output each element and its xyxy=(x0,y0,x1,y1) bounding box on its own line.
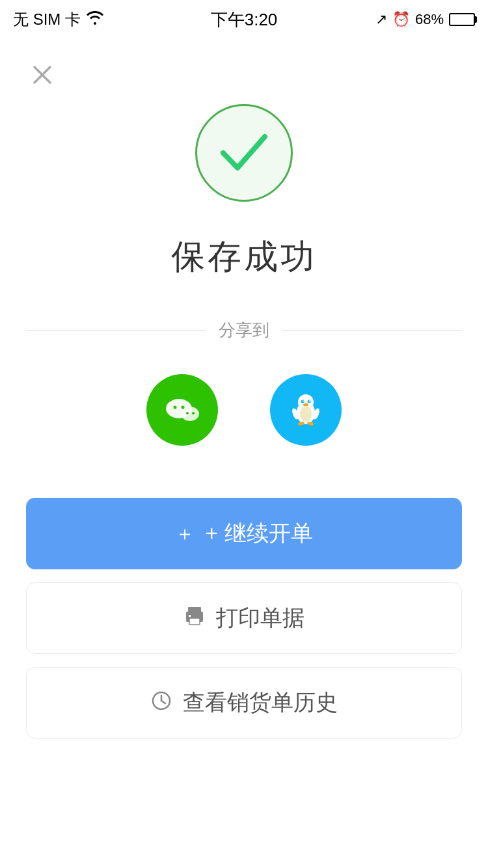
battery-bar xyxy=(449,13,475,26)
svg-point-6 xyxy=(186,412,189,414)
clock-icon xyxy=(150,690,172,716)
share-qq-button[interactable] xyxy=(270,374,342,446)
success-section: 保存成功 分享到 xyxy=(0,39,488,739)
status-right: ↗ ⏰ 68% xyxy=(375,11,475,28)
print-button[interactable]: 打印单据 xyxy=(26,582,462,654)
svg-point-13 xyxy=(308,400,310,401)
share-icons xyxy=(146,374,342,446)
svg-point-19 xyxy=(300,406,312,422)
history-button[interactable]: 查看销货单历史 xyxy=(26,667,462,739)
svg-point-3 xyxy=(181,407,199,421)
success-circle xyxy=(195,104,293,202)
alarm-icon: ⏰ xyxy=(392,11,410,28)
svg-point-5 xyxy=(181,405,184,409)
continue-label: + 继续开单 xyxy=(205,519,312,549)
printer-icon xyxy=(183,605,206,632)
print-label: 打印单据 xyxy=(216,603,305,633)
svg-point-10 xyxy=(301,400,304,403)
battery-percent: 68% xyxy=(415,11,444,28)
checkmark-icon xyxy=(218,130,270,176)
share-label: 分享到 xyxy=(206,319,282,342)
share-wechat-button[interactable] xyxy=(146,374,218,446)
action-buttons: ＋ + 继续开单 打印单据 xyxy=(0,498,488,739)
share-divider: 分享到 xyxy=(0,319,488,342)
status-bar: 无 SIM 卡 下午3:20 ↗ ⏰ 68% xyxy=(0,0,488,39)
svg-point-12 xyxy=(302,400,303,401)
status-left: 无 SIM 卡 xyxy=(13,9,104,30)
success-title: 保存成功 xyxy=(171,234,317,280)
plus-icon: ＋ xyxy=(175,521,195,547)
svg-line-26 xyxy=(161,701,165,703)
svg-point-11 xyxy=(307,400,310,403)
share-line-left xyxy=(26,330,206,331)
carrier-label: 无 SIM 卡 xyxy=(13,9,81,30)
svg-rect-23 xyxy=(189,615,191,617)
svg-point-14 xyxy=(303,403,308,406)
wifi-icon xyxy=(86,10,104,29)
share-line-right xyxy=(282,330,462,331)
history-label: 查看销货单历史 xyxy=(183,688,338,718)
svg-point-7 xyxy=(192,412,195,414)
main-content: 保存成功 分享到 xyxy=(0,39,488,868)
continue-button[interactable]: ＋ + 继续开单 xyxy=(26,498,462,569)
close-button[interactable] xyxy=(26,59,59,91)
svg-rect-22 xyxy=(189,618,200,625)
svg-point-4 xyxy=(173,405,176,409)
time-display: 下午3:20 xyxy=(211,8,278,31)
location-icon: ↗ xyxy=(375,11,387,28)
